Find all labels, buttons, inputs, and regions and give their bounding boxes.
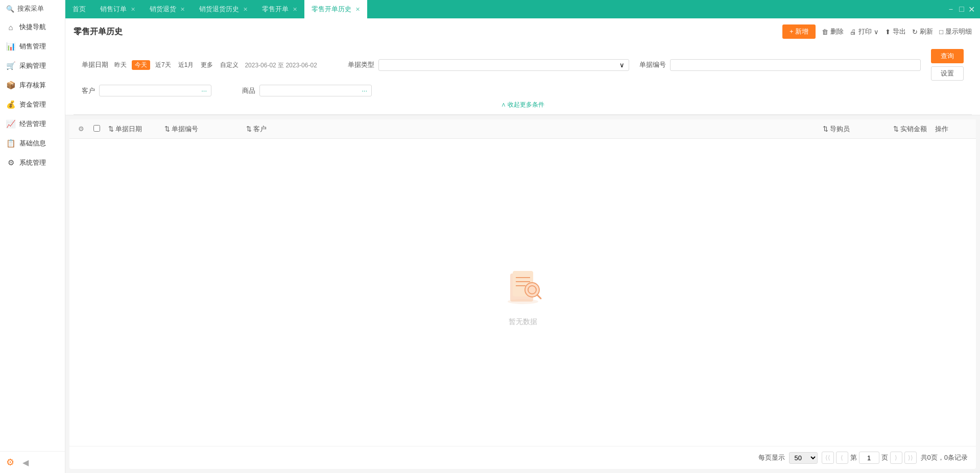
add-button[interactable]: + 新增 bbox=[782, 24, 816, 39]
per-page-label: 每页显示 bbox=[758, 453, 785, 462]
sidebar-item-label: 采购管理 bbox=[19, 61, 46, 70]
window-minimize-icon[interactable]: － bbox=[947, 4, 955, 15]
money-icon: 💰 bbox=[6, 100, 15, 109]
collapse-button[interactable]: ∧ 收起更多条件 bbox=[501, 101, 544, 109]
table-header: ⚙ ⇅ 单据日期 ⇅ 单据编号 ⇅ 客户 ⇅ 导购员 bbox=[69, 119, 976, 139]
sidebar-item-purchase-mgmt[interactable]: 🛒 采购管理 bbox=[0, 56, 65, 76]
tab-sales-return-history-close[interactable]: ✕ bbox=[243, 6, 248, 13]
th-number-label: 单据编号 bbox=[172, 125, 198, 134]
sidebar-search[interactable]: 🔍 搜索采单 bbox=[0, 0, 65, 17]
number-filter: 单据编号 bbox=[639, 59, 921, 71]
date-custom[interactable]: 自定义 bbox=[218, 60, 241, 70]
tab-bar: 首页 销售订单 ✕ 销货退货 ✕ 销货退货历史 ✕ 零售开单 ✕ 零售开单历史 … bbox=[65, 0, 980, 18]
export-icon: ⬆ bbox=[885, 28, 891, 36]
setting-button[interactable]: 设置 bbox=[931, 66, 964, 81]
sidebar-item-sys-mgmt[interactable]: ⚙ 系统管理 bbox=[0, 153, 65, 172]
sidebar-item-basic-info[interactable]: 📋 基础信息 bbox=[0, 134, 65, 153]
table-settings-icon[interactable]: ⚙ bbox=[74, 125, 89, 133]
date-range-display: 2023-06-02 至 2023-06-02 bbox=[245, 61, 317, 70]
gear-icon: ⚙ bbox=[6, 158, 15, 167]
empty-state: 暂无数据 bbox=[69, 139, 976, 446]
sidebar-item-label: 库存核算 bbox=[19, 81, 46, 90]
sidebar-item-business[interactable]: 📈 经营管理 bbox=[0, 114, 65, 134]
th-customer[interactable]: ⇅ 客户 bbox=[242, 125, 819, 134]
type-filter-select[interactable]: ∨ bbox=[378, 59, 629, 71]
date-options: 昨天 今天 近7天 近1月 更多 自定义 bbox=[112, 60, 241, 70]
sidebar-item-inventory[interactable]: 📦 库存核算 bbox=[0, 76, 65, 95]
display-detail-label: 显示明细 bbox=[945, 27, 972, 36]
page-label: 第 bbox=[850, 453, 857, 462]
first-page-btn[interactable]: ⟨⟨ bbox=[822, 452, 834, 464]
window-close-icon[interactable]: ✕ bbox=[968, 5, 975, 14]
page-number-input[interactable] bbox=[859, 452, 879, 464]
th-amount-sort-icon: ⇅ bbox=[893, 125, 899, 133]
sidebar-item-sales-mgmt[interactable]: 📊 销售管理 bbox=[0, 37, 65, 56]
th-number[interactable]: ⇅ 单据编号 bbox=[160, 125, 242, 134]
th-amount-label: 实销金额 bbox=[900, 125, 927, 134]
refresh-button[interactable]: ↻ 刷新 bbox=[912, 27, 933, 36]
sidebar-bottom: ⚙ ◀ bbox=[0, 451, 65, 473]
tab-retail-open-history-label: 零售开单历史 bbox=[312, 5, 351, 14]
total-info: 共0页，0条记录 bbox=[921, 453, 968, 462]
th-customer-sort-icon: ⇅ bbox=[246, 125, 252, 133]
sidebar-item-quick-nav[interactable]: ⌂ 快捷导航 bbox=[0, 17, 65, 37]
date-1month[interactable]: 近1月 bbox=[176, 60, 196, 70]
customer-filter-label: 客户 bbox=[82, 86, 95, 95]
customer-filter-select[interactable]: ··· bbox=[99, 85, 211, 96]
tab-sales-return[interactable]: 销货退货 ✕ bbox=[142, 0, 192, 18]
sidebar-item-label: 快捷导航 bbox=[19, 22, 46, 32]
settings-icon[interactable]: ⚙ bbox=[6, 457, 14, 468]
date-7days[interactable]: 近7天 bbox=[153, 60, 173, 70]
query-buttons: 查询 设置 bbox=[931, 49, 964, 81]
per-page-select[interactable]: 50 20 100 bbox=[789, 452, 818, 464]
print-icon: 🖨 bbox=[850, 28, 856, 36]
tab-retail-open-close[interactable]: ✕ bbox=[293, 6, 297, 13]
th-guide[interactable]: ⇅ 导购员 bbox=[819, 125, 870, 134]
sidebar-item-label: 资金管理 bbox=[19, 100, 46, 109]
content: 零售开单历史 + 新增 🗑 删除 🖨 打印 ∨ ⬆ 导出 bbox=[65, 18, 980, 473]
print-dropdown-icon[interactable]: ∨ bbox=[874, 28, 879, 36]
svg-line-8 bbox=[537, 295, 541, 298]
number-filter-input[interactable] bbox=[670, 59, 921, 71]
tab-retail-open[interactable]: 零售开单 ✕ bbox=[255, 0, 304, 18]
last-page-btn[interactable]: ⟩⟩ bbox=[904, 452, 917, 464]
delete-icon: 🗑 bbox=[822, 28, 828, 36]
select-all-checkbox[interactable] bbox=[93, 125, 100, 132]
display-detail-button[interactable]: □ 显示明细 bbox=[939, 27, 972, 36]
query-button[interactable]: 查询 bbox=[931, 49, 964, 63]
date-today[interactable]: 今天 bbox=[132, 60, 150, 70]
tab-home[interactable]: 首页 bbox=[65, 0, 93, 18]
tab-sales-order-close[interactable]: ✕ bbox=[131, 6, 135, 13]
th-guide-label: 导购员 bbox=[830, 125, 850, 134]
tab-retail-open-history-close[interactable]: ✕ bbox=[355, 6, 360, 13]
tab-sales-order[interactable]: 销售订单 ✕ bbox=[93, 0, 142, 18]
th-date[interactable]: ⇅ 单据日期 bbox=[104, 125, 160, 134]
next-page-btn[interactable]: ⟩ bbox=[890, 452, 902, 464]
page-nav: ⟨⟨ ⟨ 第 页 ⟩ ⟩⟩ bbox=[822, 452, 917, 464]
export-button[interactable]: ⬆ 导出 bbox=[885, 27, 906, 36]
search-icon: 🔍 bbox=[6, 5, 14, 13]
number-filter-label: 单据编号 bbox=[639, 60, 666, 69]
tab-sales-return-history[interactable]: 销货退货历史 ✕ bbox=[192, 0, 255, 18]
delete-button[interactable]: 🗑 删除 bbox=[822, 27, 844, 36]
filter-area: 单据日期 昨天 今天 近7天 近1月 更多 自定义 2023-06-02 至 2… bbox=[74, 44, 972, 115]
prev-page-btn[interactable]: ⟨ bbox=[836, 452, 848, 464]
sidebar-item-finance[interactable]: 💰 资金管理 bbox=[0, 95, 65, 114]
home-icon: ⌂ bbox=[6, 22, 15, 32]
th-amount[interactable]: ⇅ 实销金额 bbox=[870, 125, 931, 134]
date-yesterday[interactable]: 昨天 bbox=[112, 60, 129, 70]
goods-filter-select[interactable]: ··· bbox=[259, 85, 372, 96]
tab-sales-return-history-label: 销货退货历史 bbox=[199, 5, 239, 14]
type-filter-arrow: ∨ bbox=[619, 61, 625, 69]
sidebar: 🔍 搜索采单 ⌂ 快捷导航 📊 销售管理 🛒 采购管理 📦 库存核算 💰 资金管… bbox=[0, 0, 65, 473]
delete-label: 删除 bbox=[830, 27, 844, 36]
tab-sales-return-close[interactable]: ✕ bbox=[180, 6, 185, 13]
collapse-sidebar-icon[interactable]: ◀ bbox=[22, 458, 29, 467]
box-icon: 📦 bbox=[6, 81, 15, 90]
checkbox-icon: □ bbox=[939, 28, 943, 36]
tab-retail-open-history[interactable]: 零售开单历史 ✕ bbox=[304, 0, 367, 18]
print-button[interactable]: 🖨 打印 ∨ bbox=[850, 27, 879, 36]
date-more[interactable]: 更多 bbox=[199, 60, 215, 70]
window-maximize-icon[interactable]: □ bbox=[959, 5, 964, 14]
table-select-all[interactable] bbox=[89, 125, 104, 133]
